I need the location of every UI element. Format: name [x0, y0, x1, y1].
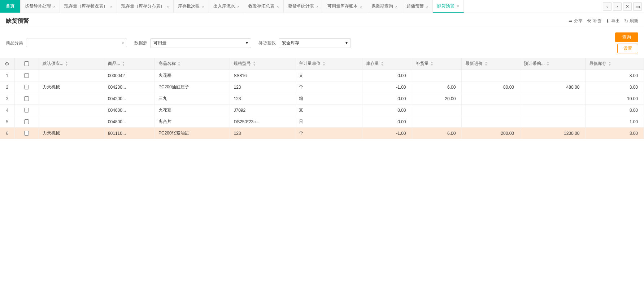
col-sort-min[interactable]: 最低库存 ▲▼ [589, 61, 611, 67]
row-est-6: 1200.00 [520, 128, 586, 139]
row-check-1[interactable] [24, 73, 29, 78]
header-actions: ➦ 分享 ⚒ 补货 ⬇ 导出 ↻ 刷新 [569, 18, 638, 24]
tab-close-defect-process[interactable]: × [53, 4, 55, 9]
tab-defect-process[interactable]: 拣货异常处理× [21, 0, 60, 13]
row-supplier-5 [39, 116, 104, 128]
row-checkbox-6[interactable] [14, 128, 39, 139]
row-est-2: 480.00 [520, 81, 586, 93]
col-sort-supplier[interactable]: 默认供应... ▲▼ [43, 61, 68, 67]
col-product-name: 商品名称 ▲▼ [155, 58, 230, 70]
table-row: 6 力天机械 801110... PC200张紧油缸 123 个 -1.00 6… [0, 128, 644, 139]
col-sort-replenish[interactable]: 补货量 ▲▼ [416, 61, 434, 67]
row-price-3 [462, 93, 520, 105]
query-button[interactable]: 查询 [615, 32, 638, 42]
row-est-3 [520, 93, 586, 105]
col-sort-stock[interactable]: 库存量 ▲▼ [366, 61, 384, 67]
row-price-2: 80.00 [462, 81, 520, 93]
tab-inventory-dist[interactable]: 现存量（库存分布表）× [117, 0, 174, 13]
tab-close-in-out-flow[interactable]: × [237, 4, 239, 9]
tab-home-label: 首页 [6, 3, 14, 9]
row-stock-4: 0.00 [362, 105, 412, 116]
tab-close-inventory-dist[interactable]: × [167, 4, 169, 9]
tab-close-shortage[interactable]: × [457, 4, 459, 8]
row-check-6[interactable] [24, 131, 29, 136]
replenish-basis-select[interactable]: 安全库存 ▾ [279, 38, 351, 48]
supplier-sort-arrows: ▲▼ [65, 61, 68, 67]
row-price-1 [462, 70, 520, 81]
row-price-6: 200.00 [462, 128, 520, 139]
tab-in-out-flow[interactable]: 出入库流水× [209, 0, 244, 13]
row-min-4: 8.00 [586, 105, 644, 116]
code-sort-arrows: ▲▼ [122, 61, 125, 67]
row-checkbox-1[interactable] [14, 70, 39, 81]
tab-close-all-btn[interactable]: ✕ [623, 2, 632, 11]
share-button[interactable]: ➦ 分享 [569, 18, 583, 24]
row-name-4: 火花塞 [155, 105, 230, 116]
replenish-basis-dropdown-icon: ▾ [345, 40, 348, 45]
datasource-label: 数据源 [134, 40, 147, 46]
row-checkbox-2[interactable] [14, 81, 39, 93]
row-name-3: 三九 [155, 93, 230, 105]
tab-close-recv-summary[interactable]: × [277, 4, 279, 9]
tab-close-inventory-status[interactable]: × [110, 4, 112, 9]
tab-overstock[interactable]: 超储预警× [402, 0, 433, 13]
gear-icon[interactable]: ⚙ [5, 61, 9, 67]
row-name-2: PC200油缸庄子 [155, 81, 230, 93]
col-sort-name[interactable]: 商品名称 ▲▼ [158, 61, 180, 67]
tab-maximize-btn[interactable]: ▭ [633, 2, 642, 11]
tab-inventory-status[interactable]: 现存量（库存状况表）× [60, 0, 117, 13]
tab-req-stat[interactable]: 要货单统计表× [284, 0, 323, 13]
refresh-button[interactable]: ↻ 刷新 [624, 18, 638, 24]
row-code-5: 004800... [104, 116, 155, 128]
row-checkbox-4[interactable] [14, 105, 39, 116]
table-row: 5 004800... 离合片 DS250*23c... 只 0.00 1.00 [0, 116, 644, 128]
row-unit-2: 个 [295, 81, 362, 93]
tab-home[interactable]: 首页 [0, 0, 21, 13]
datasource-select[interactable]: 可用量 ▾ [150, 38, 251, 48]
tab-shortage[interactable]: 缺货预警× [433, 0, 464, 13]
col-spec: 规格型号 ▲▼ [230, 58, 295, 70]
col-sort-price[interactable]: 最新进价 ▲▼ [465, 61, 487, 67]
category-dropdown-icon: ▾ [122, 41, 124, 45]
col-sort-unit[interactable]: 主计量单位 ▲▼ [299, 61, 325, 67]
replenish-button[interactable]: ⚒ 补货 [587, 18, 601, 24]
col-sort-code[interactable]: 商品... ▲▼ [108, 61, 125, 67]
tab-avail-ledger[interactable]: 可用量库存账本× [323, 0, 367, 13]
tab-close-req-stat[interactable]: × [316, 4, 318, 9]
row-code-2: 004200... [104, 81, 155, 93]
select-all-checkbox[interactable] [24, 61, 29, 66]
category-select[interactable]: ▾ [26, 39, 127, 47]
tab-recv-summary[interactable]: 收发存汇总表× [244, 0, 283, 13]
row-check-2[interactable] [24, 85, 29, 89]
tab-nav-buttons: ‹ › ✕ ▭ [602, 2, 644, 11]
tab-prev-btn[interactable]: ‹ [603, 2, 612, 11]
row-checkbox-3[interactable] [14, 93, 39, 105]
export-button[interactable]: ⬇ 导出 [606, 18, 620, 24]
replenish-label: 补货 [593, 18, 601, 24]
row-check-5[interactable] [24, 119, 29, 124]
tab-label: 要货单统计表 [288, 3, 314, 9]
row-replenish-4 [412, 105, 462, 116]
row-supplier-4 [39, 105, 104, 116]
tab-close-avail-ledger[interactable]: × [360, 4, 362, 9]
tab-next-btn[interactable]: › [613, 2, 622, 11]
row-check-4[interactable] [24, 108, 29, 112]
tab-batch-account[interactable]: 库存批次账× [174, 0, 209, 13]
row-supplier-6: 力天机械 [39, 128, 104, 139]
col-price-label: 最新进价 [465, 61, 483, 67]
col-sort-est[interactable]: 预计采购... ▲▼ [524, 61, 549, 67]
col-sort-spec[interactable]: 规格型号 ▲▼ [234, 61, 256, 67]
col-supplier-label: 默认供应... [43, 61, 64, 67]
col-est-purchase: 预计采购... ▲▼ [520, 58, 586, 70]
row-check-3[interactable] [24, 96, 29, 101]
row-checkbox-5[interactable] [14, 116, 39, 128]
row-min-2: 3.00 [586, 81, 644, 93]
tab-close-batch-account[interactable]: × [202, 4, 204, 9]
tab-close-overstock[interactable]: × [426, 4, 428, 9]
price-sort-arrows: ▲▼ [484, 61, 487, 67]
tab-label: 拣货异常处理 [25, 3, 51, 9]
settings-button[interactable]: 设置 [617, 44, 638, 53]
row-spec-2: 123 [230, 81, 295, 93]
tab-expiry-query[interactable]: 保质期查询× [367, 0, 402, 13]
tab-close-expiry-query[interactable]: × [395, 4, 397, 9]
